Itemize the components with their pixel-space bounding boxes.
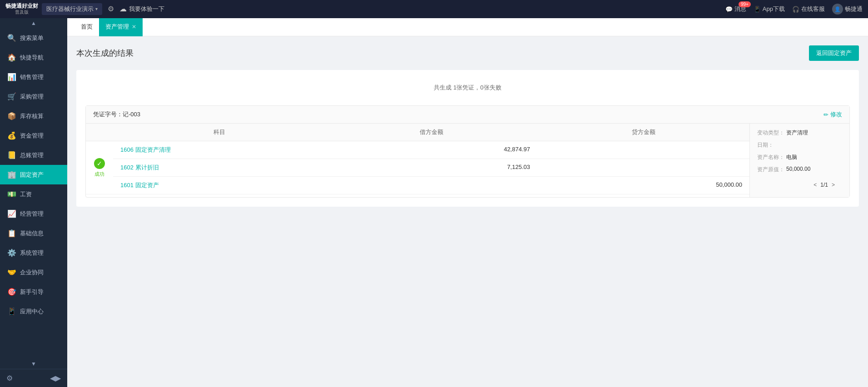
sidebar-item-label: 基础信息 <box>20 229 44 238</box>
inventory-icon: 📦 <box>7 112 16 120</box>
sidebar-item-label: 系统管理 <box>20 249 44 257</box>
app-download-button[interactable]: 📱 App下载 <box>754 5 785 13</box>
scroll-down-arrow[interactable]: ▼ <box>0 359 67 369</box>
sidebar-item-search[interactable]: 🔍 搜索菜单 <box>0 28 67 48</box>
sidebar-item-basic-info[interactable]: 📋 基础信息 <box>0 223 67 243</box>
sidebar-item-sales[interactable]: 📊 销售管理 <box>0 67 67 87</box>
tab-asset-label: 资产管理 <box>105 23 129 31</box>
page-content: 本次生成的结果 返回固定资产 共生成 1张凭证，0张失败 凭证字号：记-003 … <box>67 36 868 387</box>
return-button[interactable]: 返回固定资产 <box>809 45 859 61</box>
voucher-side-panel: 变动类型： 资产清理 日期： 资产名称： 电脑 <box>749 124 849 197</box>
sidebar-item-ledger[interactable]: 📒 总账管理 <box>0 145 67 165</box>
sidebar-item-operations[interactable]: 📈 经营管理 <box>0 204 67 223</box>
row3-debit <box>325 177 537 194</box>
table-row: 1602 累计折旧 7,125.03 <box>113 159 749 177</box>
main-layout: ▲ 🔍 搜索菜单 🏠 快捷导航 📊 销售管理 🛒 采购管理 📦 库存核算 <box>0 18 868 387</box>
operations-icon: 📈 <box>7 209 16 218</box>
row2-credit <box>537 159 749 176</box>
payroll-icon: 💵 <box>7 190 16 198</box>
chevron-up-icon: ▲ <box>31 20 36 26</box>
settings-bottom-icon[interactable]: ⚙ <box>6 374 13 382</box>
company-name: 医疗器械行业演示 <box>46 5 94 13</box>
sidebar-item-app-center[interactable]: 📱 应用中心 <box>0 302 67 321</box>
next-page-icon[interactable]: > <box>832 182 835 188</box>
page-header: 本次生成的结果 返回固定资产 <box>76 45 859 61</box>
finance-icon: 💰 <box>7 131 16 140</box>
voucher-rows-wrapper: ✓ 成功 1606 固定资产清理 42,874.97 <box>86 141 749 194</box>
table-row: 1601 固定资产 50,000.00 <box>113 177 749 194</box>
content-area: 首页 资产管理 ✕ 本次生成的结果 返回固定资产 共生成 1张凭证，0张失败 凭… <box>67 18 868 387</box>
chevron-down-icon: ▼ <box>31 361 36 367</box>
tab-home-label: 首页 <box>81 23 93 31</box>
edit-label: 修改 <box>830 110 842 119</box>
sidebar-item-guide[interactable]: 🎯 新手引导 <box>0 282 67 302</box>
col-header-subject: 科目 <box>113 124 325 141</box>
chevron-down-icon: ▾ <box>95 6 98 11</box>
sidebar-item-quick-nav[interactable]: 🏠 快捷导航 <box>0 48 67 67</box>
sidebar-item-label: 固定资产 <box>20 171 44 179</box>
sidebar-item-label: 搜索菜单 <box>20 34 44 42</box>
tab-asset-management[interactable]: 资产管理 ✕ <box>99 18 143 36</box>
success-icon: ✓ <box>94 158 105 169</box>
sidebar-item-label: 销售管理 <box>20 73 44 81</box>
pagination: < 1/1 > <box>757 178 842 192</box>
result-panel: 共生成 1张凭证，0张失败 凭证字号：记-003 ✏ 修改 <box>76 70 859 207</box>
edit-button[interactable]: ✏ 修改 <box>823 110 842 119</box>
sidebar-item-label: 经营管理 <box>20 210 44 218</box>
ledger-icon: 📒 <box>7 151 16 159</box>
online-service-label: 在线客服 <box>801 5 825 13</box>
sidebar-item-payroll[interactable]: 💵 工资 <box>0 184 67 204</box>
row1-debit: 42,874.97 <box>325 141 537 159</box>
original-value-value: 50,000.00 <box>786 166 810 174</box>
col-header-debit: 借方金额 <box>325 124 537 141</box>
success-text: 成功 <box>94 171 104 178</box>
tab-home[interactable]: 首页 <box>74 18 99 36</box>
settings-icon[interactable]: ⚙ <box>106 3 116 15</box>
asset-name-row: 资产名称： 电脑 <box>757 154 842 161</box>
online-service-button[interactable]: 🎧 在线客服 <box>792 5 825 13</box>
sidebar-item-label: 快捷导航 <box>20 54 44 62</box>
logo-sub: 普及版 <box>15 9 29 15</box>
basic-info-icon: 📋 <box>7 229 16 238</box>
company-selector[interactable]: 医疗器械行业演示 ▾ <box>42 3 102 15</box>
sales-icon: 📊 <box>7 73 16 81</box>
collapse-icon[interactable]: ◀▶ <box>50 374 61 382</box>
sidebar-item-system[interactable]: ⚙️ 系统管理 <box>0 243 67 263</box>
user-area[interactable]: 👤 畅捷通 <box>832 4 863 15</box>
trial-label: 我要体验一下 <box>129 5 164 13</box>
scroll-up-arrow[interactable]: ▲ <box>0 18 67 28</box>
message-icon: 💬 <box>725 6 733 13</box>
edit-icon: ✏ <box>823 111 828 118</box>
table-header: 科目 借方金额 贷方金额 <box>86 124 749 141</box>
sidebar-item-label: 应用中心 <box>20 308 44 316</box>
success-indicator: ✓ 成功 <box>86 154 113 182</box>
original-value-label: 资产原值： <box>757 166 784 174</box>
change-type-value: 资产清理 <box>786 129 808 137</box>
voucher-header: 凭证字号：记-003 ✏ 修改 <box>86 106 849 124</box>
sidebar: ▲ 🔍 搜索菜单 🏠 快捷导航 📊 销售管理 🛒 采购管理 📦 库存核算 <box>0 18 67 387</box>
row1-subject: 1606 固定资产清理 <box>113 141 325 159</box>
voucher-table: 科目 借方金额 贷方金额 ✓ 成功 <box>86 124 749 197</box>
date-label: 日期： <box>757 141 774 149</box>
row3-subject: 1601 固定资产 <box>113 177 325 194</box>
message-button[interactable]: 💬 消息 99+ <box>725 5 746 13</box>
change-type-label: 变动类型： <box>757 129 784 137</box>
prev-page-icon[interactable]: < <box>813 182 817 188</box>
cloud-icon: ☁ <box>119 5 127 13</box>
download-icon: 📱 <box>754 6 761 13</box>
sidebar-item-inventory[interactable]: 📦 库存核算 <box>0 106 67 126</box>
trial-button[interactable]: ☁ 我要体验一下 <box>119 5 164 13</box>
sidebar-item-purchase[interactable]: 🛒 采购管理 <box>0 87 67 106</box>
app-center-icon: 📱 <box>7 307 16 316</box>
date-row: 日期： <box>757 141 842 149</box>
sidebar-item-label: 工资 <box>20 190 32 198</box>
app-download-label: App下载 <box>763 5 785 13</box>
sidebar-item-enterprise[interactable]: 🤝 企业协同 <box>0 263 67 282</box>
sidebar-item-finance[interactable]: 💰 资金管理 <box>0 126 67 145</box>
sidebar-item-fixed-assets[interactable]: 🏢 固定资产 <box>0 165 67 184</box>
purchase-icon: 🛒 <box>7 92 16 101</box>
sidebar-bottom: ⚙ ◀▶ <box>0 369 67 387</box>
tab-close-icon[interactable]: ✕ <box>132 24 136 30</box>
header-left: 畅捷通好业财 普及版 医疗器械行业演示 ▾ ⚙ ☁ 我要体验一下 <box>5 3 164 15</box>
service-icon: 🎧 <box>792 6 799 13</box>
